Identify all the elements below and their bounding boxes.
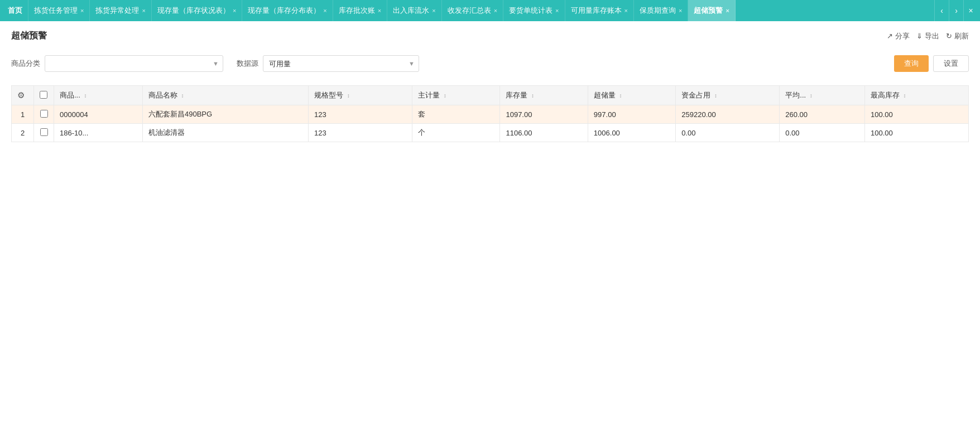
refresh-label: 刷新 — [954, 31, 969, 41]
col-header-spec: 规格型号 ↕ — [309, 86, 412, 105]
col-header-max-stock: 最高库存 ↕ — [864, 86, 968, 105]
row-max-stock: 100.00 — [864, 105, 968, 124]
nav-arrows: ‹ › × — [934, 0, 978, 21]
close-icon[interactable]: × — [624, 7, 628, 14]
close-icon[interactable]: × — [726, 7, 729, 14]
sort-icon[interactable]: ↕ — [84, 93, 87, 99]
nav-stock-status-label: 现存量（库存状况表） — [157, 6, 230, 16]
col-header-product-name: 商品名称 ↕ — [142, 86, 308, 105]
row-over-stock: 997.00 — [588, 105, 675, 124]
row-checkbox-cell — [34, 124, 54, 142]
row-checkbox[interactable] — [40, 110, 48, 118]
row-spec: 123 — [309, 124, 412, 142]
nav-tab-inout[interactable]: 出入库流水 × — [387, 0, 441, 21]
col-over-stock-label: 超储量 — [594, 91, 616, 99]
data-source-filter: 数据源 可用量 库存量 ▼ — [237, 55, 419, 72]
row-checkbox[interactable] — [40, 128, 48, 136]
page-header: 超储预警 ↗ 分享 ⇓ 导出 ↻ 刷新 — [11, 30, 969, 42]
row-over-stock: 1006.00 — [588, 124, 675, 142]
col-max-stock-label: 最高库存 — [871, 91, 900, 99]
sort-icon[interactable]: ↕ — [810, 93, 813, 99]
nav-tab-expiry[interactable]: 保质期查询 × — [634, 0, 688, 21]
row-avg: 0.00 — [780, 124, 865, 142]
nav-tab-overstock[interactable]: 超储预警 × — [688, 0, 735, 21]
col-product-code-label: 商品... — [60, 91, 80, 99]
setting-button[interactable]: 设置 — [933, 55, 969, 72]
nav-order-stats-label: 要货单统计表 — [509, 6, 553, 16]
select-all-checkbox[interactable] — [40, 91, 47, 99]
gear-icon[interactable]: ⚙ — [17, 90, 25, 100]
nav-expand-button[interactable]: × — [963, 0, 978, 21]
export-label: 导出 — [925, 31, 939, 41]
share-button[interactable]: ↗ 分享 — [887, 31, 910, 41]
close-icon[interactable]: × — [494, 7, 497, 14]
nav-summary-label: 收发存汇总表 — [448, 6, 491, 16]
col-header-stock: 库存量 ↕ — [500, 86, 588, 105]
data-source-select-wrapper: 可用量 库存量 ▼ — [263, 55, 419, 72]
nav-home-label: 首页 — [8, 6, 22, 16]
sort-icon[interactable]: ↕ — [531, 93, 534, 99]
sort-icon[interactable]: ↕ — [347, 93, 350, 99]
col-avg-label: 平均... — [785, 91, 806, 99]
export-button[interactable]: ⇓ 导出 — [916, 31, 939, 41]
col-header-unit: 主计量 ↕ — [412, 86, 500, 105]
nav-exception-label: 拣货异常处理 — [95, 6, 139, 16]
nav-tab-stock-dist[interactable]: 现存量（库存分布表） × — [242, 0, 333, 21]
row-index: 1 — [12, 105, 34, 124]
refresh-icon: ↻ — [946, 32, 952, 40]
nav-prev-button[interactable]: ‹ — [934, 0, 949, 21]
data-source-label: 数据源 — [237, 59, 258, 69]
nav-tab-summary[interactable]: 收发存汇总表 × — [442, 0, 503, 21]
nav-tab-batch[interactable]: 库存批次账 × — [333, 0, 387, 21]
sort-icon[interactable]: ↕ — [181, 93, 184, 99]
sort-icon[interactable]: ↕ — [444, 93, 446, 99]
close-icon[interactable]: × — [555, 7, 559, 14]
nav-stock-dist-label: 现存量（库存分布表） — [248, 6, 320, 16]
col-select-all — [34, 86, 54, 105]
nav-tab-exception[interactable]: 拣货异常处理 × — [90, 0, 151, 21]
data-source-select[interactable]: 可用量 库存量 — [263, 55, 419, 72]
col-stock-label: 库存量 — [506, 91, 527, 99]
sort-icon[interactable]: ↕ — [714, 93, 717, 99]
close-icon[interactable]: × — [679, 7, 682, 14]
sort-icon[interactable]: ↕ — [619, 93, 622, 99]
close-icon[interactable]: × — [233, 7, 236, 14]
col-settings: ⚙ — [12, 86, 34, 105]
table-row: 2 186-10... 机油滤清器 123 个 1106.00 1006.00 … — [12, 124, 969, 142]
refresh-button[interactable]: ↻ 刷新 — [946, 31, 969, 41]
nav-inout-label: 出入库流水 — [393, 6, 429, 16]
col-header-over-stock: 超储量 ↕ — [588, 86, 675, 105]
nav-tab-order-stats[interactable]: 要货单统计表 × — [503, 0, 565, 21]
close-icon[interactable]: × — [323, 7, 326, 14]
row-spec: 123 — [309, 105, 412, 124]
filter-actions: 查询 设置 — [894, 55, 969, 72]
product-category-select[interactable] — [45, 55, 223, 72]
nav-tab-stock-status[interactable]: 现存量（库存状况表） × — [152, 0, 242, 21]
nav-overstock-label: 超储预警 — [694, 6, 723, 16]
col-spec-label: 规格型号 — [314, 91, 343, 99]
col-header-capital: 资金占用 ↕ — [676, 86, 780, 105]
product-category-filter: 商品分类 ▼ — [11, 55, 223, 72]
nav-tab-home[interactable]: 首页 — [2, 0, 28, 21]
product-category-label: 商品分类 — [11, 59, 40, 69]
row-unit: 个 — [412, 124, 500, 142]
row-capital: 0.00 — [676, 124, 780, 142]
close-icon[interactable]: × — [432, 7, 435, 14]
nav-expiry-label: 保质期查询 — [640, 6, 676, 16]
nav-batch-label: 库存批次账 — [339, 6, 375, 16]
query-button[interactable]: 查询 — [894, 55, 929, 72]
nav-tab-task-mgmt[interactable]: 拣货任务管理 × — [28, 0, 90, 21]
close-icon[interactable]: × — [378, 7, 381, 14]
row-avg: 260.00 — [780, 105, 865, 124]
nav-task-mgmt-label: 拣货任务管理 — [34, 6, 78, 16]
nav-next-button[interactable]: › — [949, 0, 963, 21]
close-icon[interactable]: × — [80, 7, 84, 14]
row-index: 2 — [12, 124, 34, 142]
page-title: 超储预警 — [11, 30, 47, 42]
nav-tab-available-stock[interactable]: 可用量库存账本 × — [565, 0, 634, 21]
sort-icon[interactable]: ↕ — [904, 93, 906, 99]
share-label: 分享 — [895, 31, 910, 41]
close-icon[interactable]: × — [142, 7, 145, 14]
row-product-name: 六配套新昌490BPG — [142, 105, 308, 124]
row-stock: 1106.00 — [500, 124, 588, 142]
